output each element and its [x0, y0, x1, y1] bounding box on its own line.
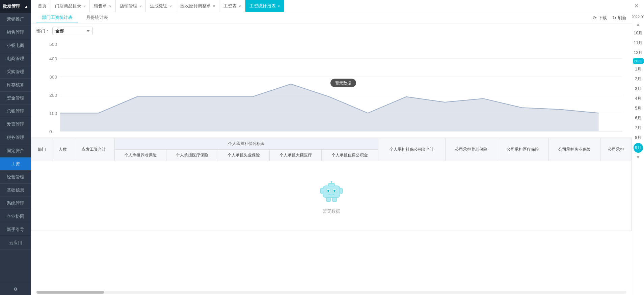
tab-gen-voucher[interactable]: 生成凭证 × [146, 0, 176, 12]
sidebar-item-yyy[interactable]: 云应用 [0, 236, 31, 249]
tab-bar-close-button[interactable]: ✕ [632, 3, 641, 9]
svg-rect-17 [328, 183, 335, 186]
tab-close-gen-voucher[interactable]: × [169, 4, 171, 8]
col-personal-unemployment: 个人承担失业保险 [218, 150, 270, 161]
sidebar-item-kchs[interactable]: 库存核算 [0, 79, 31, 92]
sidebar-item-jcxx[interactable]: 基础信息 [0, 184, 31, 197]
sub-tab-dept[interactable]: 部门工资统计表 [36, 12, 78, 23]
refresh-button[interactable]: ↻ 刷新 [612, 15, 626, 21]
sidebar-item-yxtg[interactable]: 营销推广 [0, 13, 31, 26]
sidebar-item-xcdsc[interactable]: 小畅电商 [0, 39, 31, 52]
download-button[interactable]: ⟳ 下载 [593, 15, 607, 21]
tab-close-ar-ap[interactable]: × [213, 4, 215, 8]
sidebar-collapse-icon[interactable]: ▲ [24, 4, 28, 9]
month-aug[interactable]: 8月 [632, 133, 644, 143]
sidebar: 批发管理 ▲ 营销推广 销售管理 小畅电商 电商管理 采购管理 库存核算 资金管… [0, 0, 31, 295]
svg-text:400: 400 [49, 57, 57, 61]
col-personal-pension: 个人承担养老保险 [114, 150, 166, 161]
sidebar-item-xsgl[interactable]: 销售管理 [0, 26, 31, 39]
sidebar-item-swgl[interactable]: 税务管理 [0, 131, 31, 144]
sidebar-item-cgg[interactable]: 采购管理 [0, 65, 31, 79]
sidebar-item-xtgl[interactable]: 系统管理 [0, 197, 31, 210]
svg-rect-12 [323, 186, 340, 198]
month-jan[interactable]: 1月 [632, 64, 644, 74]
right-date-panel: 2022.09 ▲ 10月 11月 12月 2022 1月 2月 3月 4月 5… [632, 12, 644, 295]
data-table: 部门 人数 应发工资合计 个人承担社保公积金 个人承担社保公积金合计 公司承担养… [31, 138, 632, 231]
col-group-personal: 个人承担社保公积金 [114, 138, 378, 150]
empty-text: 暂无数据 [323, 208, 340, 214]
main-content: 部门工资统计表 月份统计表 ⟳ 下载 ↻ 刷新 [31, 12, 632, 295]
empty-row: 暂无数据 [31, 161, 632, 231]
sidebar-title: 批发管理 [3, 3, 20, 9]
col-personal-total: 个人承担社保公积金合计 [378, 138, 446, 161]
area-chart: 0 100 200 300 400 500 [36, 40, 626, 135]
sidebar-item-fpgl[interactable]: 发票管理 [0, 118, 31, 131]
svg-rect-21 [340, 188, 343, 194]
tab-home[interactable]: 首页 [34, 0, 51, 12]
panel-up-chevron[interactable]: ▲ [635, 20, 642, 28]
tab-sales-order[interactable]: 销售单 × [90, 0, 115, 12]
month-sep-active[interactable]: 9月 [634, 143, 643, 153]
month-jun[interactable]: 6月 [632, 113, 644, 123]
svg-text:0: 0 [49, 129, 52, 134]
filter-row: 部门： 全部 [31, 24, 632, 38]
sub-tab-month[interactable]: 月份统计表 [81, 12, 113, 23]
col-company-unemployment: 公司承担失业保险 [549, 138, 600, 161]
sidebar-item-gz[interactable]: 工资 [0, 157, 31, 171]
tab-store-catalog[interactable]: 门店商品目录 × [51, 0, 90, 12]
month-may[interactable]: 5月 [632, 104, 644, 113]
sidebar-header[interactable]: 批发管理 ▲ [0, 0, 31, 13]
download-icon: ⟳ [593, 15, 597, 21]
svg-point-15 [327, 190, 329, 192]
panel-down-chevron[interactable]: ▼ [635, 153, 642, 161]
gear-icon: ⚙ [14, 287, 18, 292]
sidebar-settings[interactable]: ⚙ [0, 283, 31, 295]
month-oct[interactable]: 10月 [632, 28, 644, 38]
tab-close-store-catalog[interactable]: × [83, 4, 85, 8]
svg-text:300: 300 [49, 75, 57, 80]
col-company-other: 公司承担 [600, 138, 632, 161]
month-mar[interactable]: 3月 [632, 84, 644, 94]
tab-close-payroll[interactable]: × [239, 4, 241, 8]
tab-close-store-mgmt[interactable]: × [139, 4, 141, 8]
table-scrollbar[interactable] [36, 291, 626, 294]
chart-container: 0 100 200 300 400 500 [36, 40, 626, 135]
col-personal-large-medical: 个人承担大额医疗 [270, 150, 321, 161]
content-wrapper: 部门工资统计表 月份统计表 ⟳ 下载 ↻ 刷新 [31, 12, 644, 295]
tab-close-payroll-report[interactable]: × [278, 4, 280, 8]
tab-payroll-report[interactable]: 工资统计报表 × [245, 0, 284, 12]
col-headcount: 人数 [52, 138, 73, 161]
tab-payroll[interactable]: 工资表 × [219, 0, 245, 12]
refresh-icon: ↻ [612, 15, 616, 21]
sidebar-item-zzgl[interactable]: 总账管理 [0, 105, 31, 118]
month-apr[interactable]: 4月 [632, 94, 644, 104]
sidebar-item-jygl[interactable]: 经营管理 [0, 171, 31, 184]
month-jul[interactable]: 7月 [632, 123, 644, 133]
tab-ar-ap[interactable]: 应收应付调整单 × [176, 0, 219, 12]
svg-point-16 [333, 190, 336, 192]
sidebar-item-xsyd[interactable]: 新手引导 [0, 223, 31, 236]
month-feb[interactable]: 2月 [632, 74, 644, 84]
dept-filter-select[interactable]: 全部 [52, 27, 93, 35]
svg-rect-23 [332, 198, 337, 202]
sidebar-item-gdzc[interactable]: 固定资产 [0, 144, 31, 157]
sidebar-item-dsgl[interactable]: 电商管理 [0, 52, 31, 65]
month-dec[interactable]: 12月 [632, 48, 644, 58]
tab-close-sales-order[interactable]: × [109, 4, 111, 8]
col-company-medical: 公司承担医疗保险 [497, 138, 549, 161]
col-dept: 部门 [31, 138, 52, 161]
dept-filter-label: 部门： [36, 28, 50, 34]
empty-icon [318, 177, 345, 204]
col-personal-medical: 个人承担医疗保险 [166, 150, 218, 161]
table-scrollbar-thumb[interactable] [36, 291, 104, 294]
svg-text:100: 100 [49, 111, 57, 116]
sidebar-item-zjgl[interactable]: 资金管理 [0, 92, 31, 105]
svg-rect-20 [320, 188, 323, 194]
empty-state: 暂无数据 [35, 164, 627, 228]
svg-marker-11 [60, 84, 599, 131]
tab-store-mgmt[interactable]: 店铺管理 × [116, 0, 146, 12]
table-area[interactable]: 部门 人数 应发工资合计 个人承担社保公积金 个人承担社保公积金合计 公司承担养… [31, 138, 632, 290]
tab-bar: 首页 门店商品目录 × 销售单 × 店铺管理 × 生成凭证 × 应收应付调整单 … [31, 0, 644, 12]
sidebar-item-qytx[interactable]: 企业协同 [0, 210, 31, 223]
month-nov[interactable]: 11月 [632, 38, 644, 48]
